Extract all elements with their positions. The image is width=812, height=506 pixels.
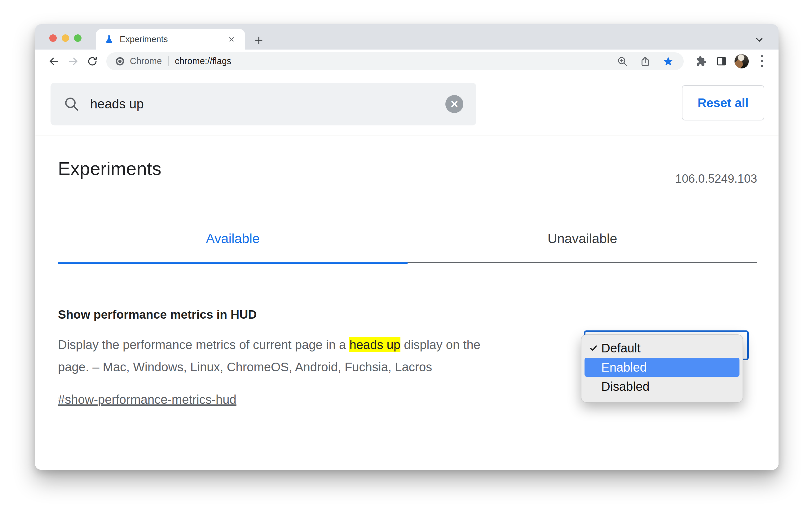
flags-tabs: Available Unavailable — [58, 229, 757, 248]
flask-icon — [104, 34, 114, 44]
profile-avatar-button[interactable] — [735, 54, 749, 68]
desktop-background: Experiments — [0, 0, 812, 506]
browser-menu-button[interactable] — [754, 54, 769, 69]
flag-description: Display the performance metrics of curre… — [58, 334, 507, 378]
flag-permalink[interactable]: #show-performance-metrics-hud — [58, 392, 236, 407]
tab-title: Experiments — [120, 34, 226, 44]
bookmark-star-button[interactable] — [661, 55, 675, 68]
new-tab-button[interactable] — [252, 33, 266, 47]
reload-button[interactable] — [83, 53, 102, 70]
tabs-underline — [58, 261, 757, 264]
extensions-puzzle-button[interactable] — [693, 54, 709, 69]
side-panel-button[interactable] — [714, 54, 729, 69]
search-icon — [64, 96, 80, 112]
tab-close-button[interactable] — [226, 34, 237, 45]
dropdown-option-disabled[interactable]: Disabled — [585, 377, 739, 396]
reset-all-button[interactable]: Reset all — [682, 85, 764, 120]
flag-title: Show performance metrics in HUD — [58, 307, 256, 322]
back-button[interactable] — [44, 53, 64, 70]
clear-search-button[interactable]: × — [445, 95, 463, 113]
page-title: Experiments — [58, 156, 161, 181]
flag-description-before: Display the performance metrics of curre… — [58, 338, 349, 351]
tab-unavailable[interactable]: Unavailable — [408, 229, 757, 248]
flags-page-content: Experiments 106.0.5249.103 Available Una… — [35, 136, 779, 470]
flags-search-header: × Reset all — [35, 73, 779, 135]
share-button[interactable] — [639, 55, 652, 68]
checkmark-icon — [589, 343, 598, 353]
dropdown-option-default[interactable]: Default — [585, 338, 739, 358]
version-label: 106.0.5249.103 — [675, 172, 757, 185]
window-controls — [49, 34, 81, 42]
minimize-window-button[interactable] — [62, 34, 69, 42]
tab-strip: Experiments — [35, 24, 779, 50]
site-label: Chrome — [130, 56, 162, 66]
flag-dropdown-menu: Default Enabled Disabled — [581, 334, 743, 403]
browser-toolbar: Chrome chrome://flags — [35, 50, 779, 73]
zoom-button[interactable] — [615, 55, 629, 68]
dropdown-option-enabled[interactable]: Enabled — [585, 358, 739, 377]
address-bar[interactable]: Chrome chrome://flags — [106, 52, 684, 70]
tab-experiments[interactable]: Experiments — [96, 29, 245, 50]
dropdown-option-label: Default — [601, 341, 641, 355]
search-term-highlight: heads up — [349, 337, 400, 352]
dropdown-option-label: Enabled — [601, 360, 647, 374]
flags-search-field[interactable]: × — [51, 83, 476, 125]
tab-available[interactable]: Available — [58, 229, 408, 248]
url-text: chrome://flags — [175, 56, 231, 66]
active-tab-indicator — [58, 262, 408, 264]
chrome-logo-icon — [115, 56, 125, 66]
url-separator — [168, 56, 169, 66]
search-input[interactable] — [90, 97, 445, 111]
zoom-window-button[interactable] — [74, 34, 81, 42]
browser-window: Experiments — [35, 24, 779, 470]
inactive-tab-rule — [408, 262, 757, 263]
kebab-menu-icon — [761, 55, 763, 67]
forward-button[interactable] — [64, 53, 83, 70]
close-window-button[interactable] — [49, 34, 57, 42]
tab-search-chevron-button[interactable] — [753, 33, 765, 46]
dropdown-option-label: Disabled — [601, 380, 650, 394]
